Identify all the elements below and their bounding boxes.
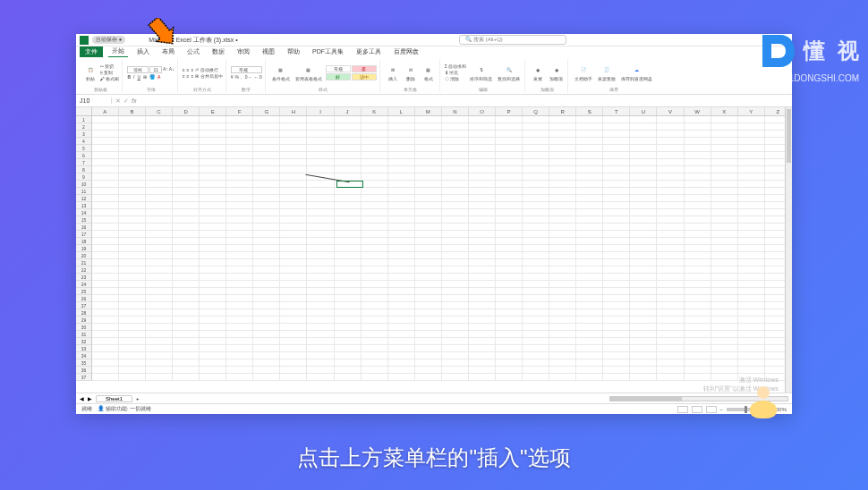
cell[interactable] xyxy=(119,138,146,145)
cell[interactable] xyxy=(415,238,442,245)
cell[interactable] xyxy=(388,188,415,195)
cell[interactable] xyxy=(200,266,226,274)
cell[interactable] xyxy=(549,309,576,317)
cell[interactable] xyxy=(335,374,362,381)
cell[interactable] xyxy=(200,123,226,131)
cell[interactable] xyxy=(146,145,173,152)
cancel-icon[interactable]: ✕ xyxy=(115,97,121,105)
cell[interactable] xyxy=(415,195,442,202)
cell[interactable] xyxy=(146,181,173,188)
sheet-nav-next[interactable]: ▶ xyxy=(88,395,92,401)
cell[interactable] xyxy=(630,152,657,159)
cell[interactable] xyxy=(146,166,173,173)
cell[interactable] xyxy=(630,188,657,195)
cell[interactable] xyxy=(523,338,549,345)
cell[interactable] xyxy=(119,359,146,367)
cell[interactable] xyxy=(92,259,119,266)
cell[interactable] xyxy=(200,345,226,352)
cell[interactable] xyxy=(415,116,442,123)
cell[interactable] xyxy=(469,266,496,274)
cell[interactable] xyxy=(253,359,280,367)
cell[interactable] xyxy=(362,324,388,331)
cell[interactable] xyxy=(685,224,711,231)
cell[interactable] xyxy=(92,181,119,188)
decrease-decimal-button[interactable]: ←.0 xyxy=(254,74,262,80)
cell[interactable] xyxy=(469,317,496,324)
cell[interactable] xyxy=(603,245,630,252)
cell[interactable] xyxy=(253,181,280,188)
cell[interactable] xyxy=(253,338,280,345)
cell[interactable] xyxy=(280,202,307,209)
cell[interactable] xyxy=(657,145,684,152)
autosum-button[interactable]: Σ 自动求和 xyxy=(445,63,466,69)
increase-decimal-button[interactable]: .0→ xyxy=(243,74,251,80)
cell[interactable] xyxy=(280,359,307,367)
cell[interactable] xyxy=(280,173,307,181)
cell[interactable] xyxy=(685,209,711,216)
cell[interactable] xyxy=(335,302,362,309)
cell[interactable] xyxy=(146,338,173,345)
cell[interactable] xyxy=(307,367,334,374)
cell[interactable] xyxy=(657,274,684,281)
cell[interactable] xyxy=(173,274,200,281)
cell[interactable] xyxy=(92,188,119,195)
cell[interactable] xyxy=(630,216,657,224)
cell[interactable] xyxy=(146,138,173,145)
row-header[interactable]: 30 xyxy=(76,324,92,331)
cell[interactable] xyxy=(657,331,684,338)
cell[interactable] xyxy=(738,138,765,145)
cell[interactable] xyxy=(388,324,415,331)
cell[interactable] xyxy=(307,195,334,202)
cell[interactable] xyxy=(603,266,630,274)
fill-color-button[interactable]: 🪣 xyxy=(149,74,155,80)
cell[interactable] xyxy=(226,159,253,166)
cell[interactable] xyxy=(226,245,253,252)
cell[interactable] xyxy=(685,138,711,145)
cell[interactable] xyxy=(146,367,173,374)
cell[interactable] xyxy=(549,259,576,266)
cell[interactable] xyxy=(469,274,496,281)
cell[interactable] xyxy=(307,317,334,324)
cell[interactable] xyxy=(173,359,200,367)
cell[interactable] xyxy=(711,281,738,288)
cell[interactable] xyxy=(523,152,549,159)
cell[interactable] xyxy=(92,309,119,317)
insert-cells-button[interactable]: ⊞插入 xyxy=(385,63,401,82)
cell[interactable] xyxy=(415,367,442,374)
cell[interactable] xyxy=(173,173,200,181)
cell[interactable] xyxy=(226,374,253,381)
style-bad[interactable]: 差 xyxy=(352,65,377,72)
cell[interactable] xyxy=(630,238,657,245)
font-size-select[interactable]: 11 xyxy=(149,66,162,73)
cell[interactable] xyxy=(442,352,469,359)
row-header[interactable]: 22 xyxy=(76,266,92,274)
cell[interactable] xyxy=(738,302,765,309)
cell[interactable] xyxy=(119,209,146,216)
cell[interactable] xyxy=(469,224,496,231)
row-header[interactable]: 37 xyxy=(76,374,92,381)
cell[interactable] xyxy=(146,309,173,317)
row-header[interactable]: 3 xyxy=(76,131,92,138)
cell[interactable] xyxy=(173,345,200,352)
row-header[interactable]: 26 xyxy=(76,295,92,302)
cell[interactable] xyxy=(362,295,388,302)
cell[interactable] xyxy=(415,181,442,188)
cell[interactable] xyxy=(307,131,334,138)
cell[interactable] xyxy=(119,245,146,252)
cell[interactable] xyxy=(576,216,603,224)
cell[interactable] xyxy=(657,259,684,266)
cell[interactable] xyxy=(226,317,253,324)
cell[interactable] xyxy=(469,324,496,331)
cell[interactable] xyxy=(549,138,576,145)
row-header[interactable]: 12 xyxy=(76,195,92,202)
cell[interactable] xyxy=(200,209,226,216)
table-format-button[interactable]: ▦套用表格格式 xyxy=(294,63,324,82)
cell[interactable] xyxy=(200,374,226,381)
cell[interactable] xyxy=(119,331,146,338)
cell[interactable] xyxy=(200,309,226,317)
cell[interactable] xyxy=(388,374,415,381)
cell[interactable] xyxy=(603,274,630,281)
cell[interactable] xyxy=(307,138,334,145)
column-header[interactable]: P xyxy=(496,107,523,115)
cell[interactable] xyxy=(738,317,765,324)
